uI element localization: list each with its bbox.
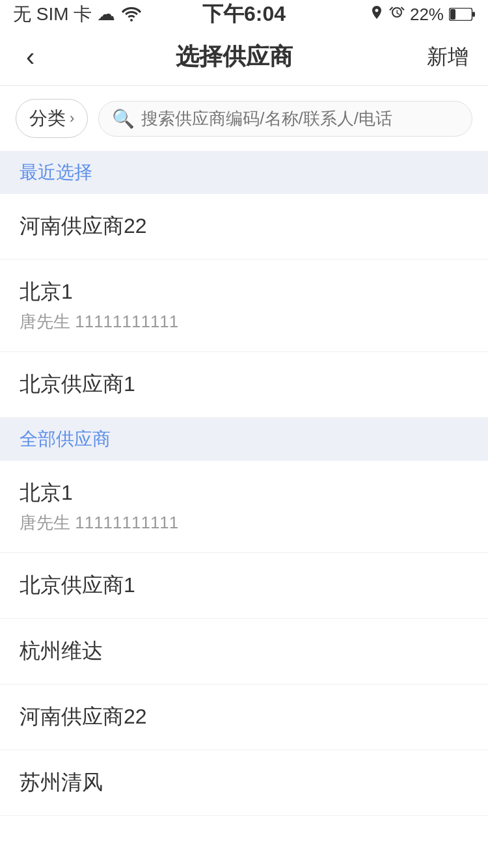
page-title: 选择供应商	[176, 41, 293, 73]
search-icon: 🔍	[112, 108, 135, 129]
list-item[interactable]: 河南供应商22	[0, 194, 488, 260]
item-name: 北京供应商1	[20, 571, 468, 600]
wifi-icon	[122, 7, 141, 21]
status-time: 下午6:04	[202, 0, 286, 29]
add-button[interactable]: 新增	[427, 43, 468, 72]
filter-bar: 分类 › 🔍	[0, 86, 488, 151]
search-box[interactable]: 🔍	[98, 101, 472, 137]
list-item[interactable]: 北京1唐先生 11111111111	[0, 260, 488, 352]
back-button[interactable]: ‹	[20, 36, 41, 78]
item-sub: 唐先生 11111111111	[20, 310, 468, 333]
alarm-icon	[389, 6, 405, 23]
item-name: 北京1	[20, 479, 468, 508]
item-name: 北京1	[20, 278, 468, 306]
list-item[interactable]: 河南供应商22	[0, 685, 488, 750]
recent-section-label: 最近选择	[20, 162, 92, 182]
list-item[interactable]: 杭州维达	[0, 619, 488, 685]
item-name: 河南供应商22	[20, 703, 468, 731]
list-item[interactable]: 苏州清风	[0, 750, 488, 816]
status-right: 22%	[370, 5, 475, 25]
battery-icon	[449, 8, 475, 21]
all-section-header: 全部供应商	[0, 418, 488, 461]
item-name: 苏州清风	[20, 768, 468, 797]
list-item[interactable]: 北京1唐先生 11111111111	[0, 461, 488, 553]
recent-list: 河南供应商22北京1唐先生 11111111111北京供应商1	[0, 194, 488, 418]
no-sim-text: 无 SIM 卡 ☁	[13, 2, 115, 27]
svg-rect-2	[472, 12, 475, 17]
item-name: 杭州维达	[20, 637, 468, 666]
item-sub: 唐先生 11111111111	[20, 511, 468, 534]
search-input[interactable]	[141, 109, 459, 129]
item-name: 河南供应商22	[20, 212, 468, 241]
item-name: 北京供应商1	[20, 370, 468, 399]
battery-text: 22%	[410, 5, 444, 25]
nav-bar: ‹ 选择供应商 新增	[0, 29, 488, 86]
svg-rect-1	[450, 9, 455, 20]
category-label: 分类	[29, 106, 66, 131]
location-icon	[370, 6, 384, 23]
list-item[interactable]: 北京供应商1	[0, 553, 488, 619]
status-left: 无 SIM 卡 ☁	[13, 2, 141, 27]
recent-section-header: 最近选择	[0, 151, 488, 194]
list-item[interactable]: 北京供应商1	[0, 352, 488, 418]
all-section-label: 全部供应商	[20, 429, 111, 449]
status-bar: 无 SIM 卡 ☁ 下午6:04 22%	[0, 0, 488, 29]
category-button[interactable]: 分类 ›	[16, 99, 88, 138]
all-list: 北京1唐先生 11111111111北京供应商1杭州维达河南供应商22苏州清风	[0, 461, 488, 816]
chevron-right-icon: ›	[70, 110, 74, 127]
